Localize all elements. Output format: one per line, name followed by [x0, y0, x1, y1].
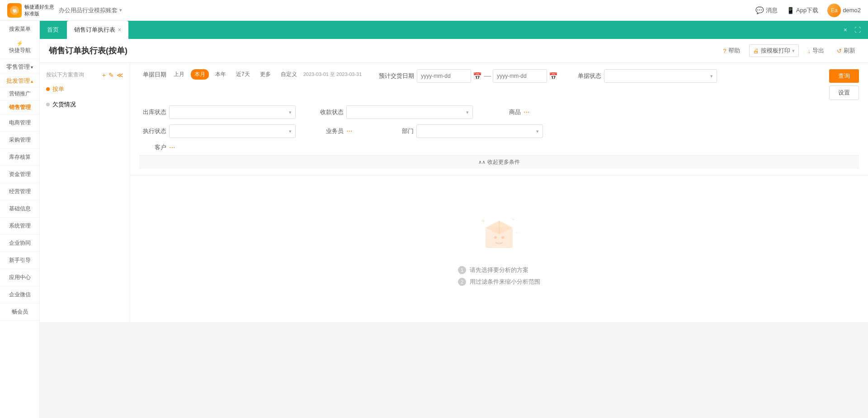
left-panel-add-icon[interactable]: +	[102, 71, 106, 79]
refresh-btn[interactable]: ↺ 刷新	[833, 45, 859, 57]
department-select[interactable]: ▾	[416, 124, 543, 138]
sidebar: 搜索菜单 ⚡ 快捷导航 零售管理 ▾ 批发管理 ▴ 营销推广 销售管理 电商管理	[0, 21, 40, 418]
guide-label: 新手引导	[2, 256, 38, 264]
tab-close-icon[interactable]: ×	[118, 27, 121, 33]
print-btn[interactable]: 🖨 按模板打印 ▾	[749, 44, 799, 57]
window-expand-btn[interactable]: ⛶	[853, 24, 863, 35]
quick-nav-icon: ⚡	[2, 40, 38, 47]
expected-date-label: 预计交货日期	[378, 72, 414, 80]
sidebar-item-retail[interactable]: 零售管理 ▾	[0, 59, 39, 73]
goods-more-icon[interactable]: ···	[524, 108, 529, 116]
sidebar-item-purchase[interactable]: 采购管理	[0, 132, 39, 149]
expected-date-from[interactable]	[417, 69, 471, 83]
sidebar-item-enterprise[interactable]: 企业协同	[0, 235, 39, 252]
query-btn[interactable]: 查询	[829, 69, 859, 83]
print-dropdown-icon: ▾	[792, 48, 795, 54]
sidebar-item-search-menu[interactable]: 搜索菜单	[0, 21, 39, 36]
date-last7days[interactable]: 近7天	[232, 69, 254, 80]
ship-status-select[interactable]: ▾	[169, 105, 296, 119]
app-title-text: 办公用品行业模拟账套	[59, 6, 118, 14]
sidebar-item-quick-nav[interactable]: ⚡ 快捷导航	[0, 36, 39, 59]
collapse-bar[interactable]: ∧∧ 收起更多条件	[139, 155, 859, 169]
sidebar-item-wholesale[interactable]: 批发管理 ▴	[0, 73, 39, 87]
tab-sales-order[interactable]: 销售订单执行表 ×	[67, 21, 128, 39]
exec-status-select[interactable]: ▾	[169, 124, 296, 138]
customer-more-icon[interactable]: ···	[169, 143, 175, 152]
help-btn[interactable]: ? 帮助	[719, 45, 743, 57]
set-btn[interactable]: 设置	[829, 86, 859, 100]
member-label: 畅会员	[2, 308, 38, 316]
help-icon: ?	[723, 48, 726, 54]
left-panel-title-text: 按以下方案查询	[46, 71, 84, 79]
collapse-up-icon: ∧∧	[478, 159, 486, 165]
empty-tip-2: 2 用过滤条件来缩小分析范围	[458, 278, 540, 286]
app-title-dropdown-icon: ▾	[119, 7, 122, 13]
content-area: 首页 销售订单执行表 × × ⛶ 销售订单执行表(按单) ? 帮助	[40, 21, 868, 418]
sidebar-sub-marketing[interactable]: 营销推广	[0, 87, 39, 101]
sidebar-item-basic-info[interactable]: 基础信息	[0, 200, 39, 218]
date-custom[interactable]: 自定义	[277, 69, 301, 80]
goods-label: 商品	[494, 108, 521, 116]
app-download-btn[interactable]: 📱 App下载	[787, 6, 818, 14]
wechat-label: 企业微信	[2, 291, 38, 299]
left-panel: 按以下方案查询 + ✎ ≪ 按单 欠货情况	[40, 63, 130, 322]
expected-date-from-icon[interactable]: 📅	[473, 72, 482, 81]
left-panel-edit-icon[interactable]: ✎	[108, 71, 114, 79]
sidebar-item-system[interactable]: 系统管理	[0, 218, 39, 235]
expected-date-to[interactable]	[493, 69, 547, 83]
logo-text: 畅捷通好生意 标准版	[24, 4, 54, 17]
tab-home-label: 首页	[47, 26, 59, 34]
left-panel-item-shortage[interactable]: 欠货情况	[40, 97, 130, 112]
refresh-label: 刷新	[844, 47, 855, 55]
top-header: 畅 畅捷通好生意 标准版 办公用品行业模拟账套 ▾ 💬 消息 📱 App下载 E…	[0, 0, 868, 21]
expected-date-group: 📅 — 📅	[417, 69, 558, 83]
date-this-month[interactable]: 本月	[191, 69, 209, 80]
export-icon: ↓	[808, 48, 811, 54]
sidebar-item-inventory[interactable]: 库存核算	[0, 149, 39, 166]
date-separator: —	[484, 72, 491, 80]
single-status-select[interactable]: ▾	[604, 69, 717, 83]
page-title: 销售订单执行表(按单)	[49, 45, 127, 56]
left-panel-collapse-icon[interactable]: ≪	[117, 71, 123, 79]
user-profile[interactable]: Ea demo2	[827, 4, 861, 17]
date-this-year[interactable]: 本年	[212, 69, 230, 80]
filter-actions: 查询 设置	[829, 69, 859, 100]
salesperson-label: 业务员	[316, 127, 344, 135]
tab-home[interactable]: 首页	[40, 21, 66, 39]
message-icon: 💬	[755, 6, 764, 14]
basic-info-label: 基础信息	[2, 205, 38, 213]
department-label: 部门	[387, 127, 414, 135]
svg-text:✦: ✦	[512, 218, 515, 222]
sales-label: 销售管理	[9, 104, 31, 110]
page-content: 销售订单执行表(按单) ? 帮助 🖨 按模板打印 ▾ ↓ 导出	[40, 39, 868, 418]
finance-label: 资金管理	[2, 171, 38, 178]
export-btn[interactable]: ↓ 导出	[804, 45, 828, 57]
window-close-btn[interactable]: ×	[842, 24, 849, 35]
sidebar-item-finance[interactable]: 资金管理	[0, 166, 39, 183]
sidebar-item-app-center[interactable]: 应用中心	[0, 269, 39, 286]
message-btn[interactable]: 💬 消息	[755, 6, 778, 14]
sidebar-sub-sales[interactable]: 销售管理	[0, 101, 39, 114]
sidebar-item-ecommerce[interactable]: 电商管理	[0, 114, 39, 132]
customer-label: 客户	[139, 143, 166, 152]
left-panel-actions: + ✎ ≪	[102, 71, 123, 79]
svg-point-9	[501, 236, 504, 239]
message-label: 消息	[766, 6, 778, 14]
salesperson-more-icon[interactable]: ···	[346, 127, 352, 135]
app-title-area[interactable]: 办公用品行业模拟账套 ▾	[59, 6, 122, 14]
date-last-month[interactable]: 上月	[170, 69, 188, 80]
sidebar-item-guide[interactable]: 新手引导	[0, 252, 39, 269]
receive-status-chevron: ▾	[466, 109, 469, 115]
header-right: 💬 消息 📱 App下载 Ea demo2	[755, 4, 861, 17]
left-panel-item-single[interactable]: 按单	[40, 81, 130, 97]
receive-status-select[interactable]: ▾	[346, 105, 473, 119]
retail-label: 零售管理	[6, 63, 30, 71]
tab-bar-actions: × ⛶	[842, 24, 868, 35]
sidebar-item-wechat[interactable]: 企业微信	[0, 286, 39, 304]
right-main: 单据日期 上月 本月 本年 近7天 更多 自定义 2023-03-01 至 20…	[130, 63, 868, 322]
sidebar-item-member[interactable]: 畅会员	[0, 304, 39, 321]
sidebar-item-operations[interactable]: 经营管理	[0, 183, 39, 200]
export-label: 导出	[812, 47, 824, 55]
date-more[interactable]: 更多	[256, 69, 274, 80]
expected-date-to-icon[interactable]: 📅	[549, 72, 558, 81]
